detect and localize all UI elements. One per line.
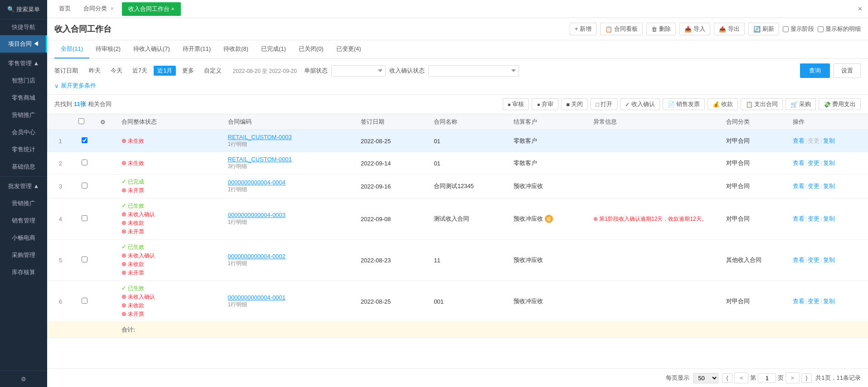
- date-last7[interactable]: 近7天: [129, 66, 151, 76]
- sidebar-item-marketing2[interactable]: 营销推广: [0, 195, 47, 212]
- cell-operation[interactable]: 查看|变更|复制: [788, 281, 868, 322]
- purchase-button[interactable]: 🛒 采购: [786, 98, 816, 110]
- page-input[interactable]: [758, 373, 776, 383]
- sidebar-item-sales-mgmt[interactable]: 销售管理: [0, 212, 47, 229]
- sales-invoice-button[interactable]: 📄 销售发票: [663, 98, 705, 110]
- table-row[interactable]: 1 ⊗ 未生效 RETAIL_CUSTOM-0003 1行明细 2022-08-…: [47, 130, 868, 152]
- delete-button[interactable]: 🗑 删除: [646, 23, 676, 35]
- row-checkbox[interactable]: [82, 215, 87, 221]
- income-confirm-select[interactable]: [428, 65, 519, 77]
- sub-tab-changed[interactable]: 已变更(4): [330, 40, 368, 58]
- op-复制[interactable]: 复制: [823, 215, 835, 222]
- op-查看[interactable]: 查看: [793, 215, 805, 222]
- tab-contract-cat[interactable]: 合同分类 ×: [77, 0, 120, 18]
- sidebar-item-project[interactable]: 项目合同 ◀: [0, 35, 47, 53]
- row-checkbox[interactable]: [82, 183, 87, 189]
- op-变更[interactable]: 变更: [808, 298, 820, 305]
- table-row[interactable]: 3 ✓ 已完成⊗ 未开票 0000000000004-0004 1行明细 202…: [47, 174, 868, 198]
- sub-tab-pending-payment[interactable]: 待收款(8): [217, 40, 255, 58]
- cell-check[interactable]: [74, 130, 96, 152]
- contract-code-link[interactable]: RETAIL_CUSTOM-0001: [228, 156, 292, 163]
- op-复制[interactable]: 复制: [823, 137, 835, 144]
- date-more[interactable]: 更多: [179, 66, 198, 76]
- cell-check[interactable]: [74, 281, 96, 322]
- sub-tab-pending-confirm[interactable]: 待收入确认(7): [127, 40, 176, 58]
- th-settings[interactable]: ⚙: [96, 114, 117, 130]
- query-button[interactable]: 查询: [800, 63, 830, 78]
- contract-code-link[interactable]: 0000000000004-0002: [228, 253, 286, 260]
- date-last1month[interactable]: 近1月: [154, 66, 176, 76]
- op-变更[interactable]: 变更: [808, 160, 820, 166]
- tab-income-workbench[interactable]: 收入合同工作台 ×: [122, 2, 181, 16]
- show-stage-input[interactable]: [783, 26, 789, 32]
- cell-check[interactable]: [74, 240, 96, 281]
- sidebar-item-smart-store[interactable]: 智慧门店: [0, 72, 47, 89]
- payment-button[interactable]: 💰 收款: [708, 98, 738, 110]
- date-yesterday[interactable]: 昨天: [85, 66, 104, 76]
- page-first-btn[interactable]: ⟨: [722, 373, 732, 383]
- op-查看[interactable]: 查看: [793, 298, 805, 305]
- contract-code-link[interactable]: RETAIL_CUSTOM-0003: [228, 134, 292, 140]
- export-button[interactable]: 📤 导出: [714, 23, 745, 35]
- table-row[interactable]: 4 ✓ 已生效⊗ 未收入确认⊗ 未收款⊗ 未开票 0000000000004-0…: [47, 198, 868, 240]
- cell-operation[interactable]: 查看|变更|复制: [788, 198, 868, 240]
- contract-code-link[interactable]: 0000000000004-0004: [228, 179, 286, 186]
- refresh-button[interactable]: 🔄 刷新: [748, 23, 779, 35]
- sidebar-item-wholesale[interactable]: 批发管理 ▲: [0, 178, 47, 195]
- cell-operation[interactable]: 查看|变更|复制: [788, 174, 868, 198]
- sub-tab-pending-review[interactable]: 待审核(2): [89, 40, 127, 58]
- open-button[interactable]: □ 打开: [591, 98, 617, 110]
- sidebar-search[interactable]: 🔍 搜索菜单: [0, 0, 47, 19]
- date-custom[interactable]: 自定义: [200, 66, 225, 76]
- page-prev-btn[interactable]: ＜: [734, 372, 748, 383]
- doc-status-select[interactable]: [331, 65, 386, 77]
- cell-operation[interactable]: 查看|变更|复制: [788, 130, 868, 152]
- sidebar-settings[interactable]: ⚙: [0, 371, 47, 387]
- op-复制[interactable]: 复制: [823, 256, 835, 263]
- review-button[interactable]: ● 审核: [503, 98, 529, 110]
- sub-tab-pending-invoice[interactable]: 待开票(11): [176, 40, 217, 58]
- row-checkbox[interactable]: [82, 298, 87, 304]
- page-next-btn[interactable]: ＞: [786, 372, 800, 383]
- tab-home[interactable]: 首页: [53, 0, 77, 18]
- op-复制[interactable]: 复制: [823, 298, 835, 305]
- sidebar-item-marketing[interactable]: 营销推广: [0, 106, 47, 124]
- sidebar-item-ecommerce[interactable]: 小畅电商: [0, 229, 47, 247]
- op-查看[interactable]: 查看: [793, 160, 805, 166]
- cell-operation[interactable]: 查看|变更|复制: [788, 240, 868, 281]
- sidebar-item-retail-mall[interactable]: 零售商城: [0, 89, 47, 106]
- expand-button[interactable]: ∨ 展开更多条件: [54, 82, 861, 90]
- fee-out-button[interactable]: 💸 费用支出: [819, 98, 861, 110]
- import-button[interactable]: 📥 导入: [679, 23, 710, 35]
- op-复制[interactable]: 复制: [823, 160, 835, 166]
- cell-check[interactable]: [74, 198, 96, 240]
- sidebar-item-purchase[interactable]: 采购管理: [0, 247, 47, 264]
- sidebar-quick-nav[interactable]: 快捷导航: [0, 19, 47, 35]
- cell-check[interactable]: [74, 174, 96, 198]
- select-all-checkbox[interactable]: [78, 118, 84, 124]
- op-变更[interactable]: 变更: [808, 215, 820, 222]
- sidebar-item-inventory[interactable]: 库存核算: [0, 264, 47, 281]
- op-查看[interactable]: 查看: [793, 137, 805, 144]
- tab-contract-cat-close[interactable]: ×: [111, 5, 114, 12]
- row-checkbox[interactable]: [82, 256, 87, 262]
- show-stage-checkbox[interactable]: 显示阶段: [783, 25, 814, 33]
- income-confirm-button[interactable]: ✓ 收入确认: [620, 98, 660, 110]
- cell-operation[interactable]: 查看|变更|复制: [788, 152, 868, 174]
- contract-code-link[interactable]: 0000000000004-0003: [228, 212, 286, 218]
- contract-code-link[interactable]: 0000000000004-0001: [228, 294, 286, 301]
- op-复制[interactable]: 复制: [823, 183, 835, 189]
- settings-button[interactable]: 设置: [834, 63, 861, 78]
- add-button[interactable]: + 新增: [570, 23, 596, 35]
- abandon-button[interactable]: ● 弃审: [532, 98, 558, 110]
- close-button[interactable]: ■ 关闭: [561, 98, 588, 110]
- expense-out-button[interactable]: 📋 支出合同: [741, 98, 783, 110]
- page-last-btn[interactable]: ⟩: [801, 373, 812, 383]
- show-detail-checkbox[interactable]: 显示标的明细: [818, 25, 861, 33]
- table-row[interactable]: 2 ⊗ 未生效 RETAIL_CUSTOM-0001 3行明细 2022-09-…: [47, 152, 868, 174]
- kanban-button[interactable]: 📋 合同看板: [600, 23, 643, 35]
- show-detail-input[interactable]: [818, 26, 824, 32]
- sub-tab-closed[interactable]: 已关闭(0): [292, 40, 330, 58]
- table-row[interactable]: 5 ✓ 已生效⊗ 未收入确认⊗ 未收款⊗ 未开票 0000000000004-0…: [47, 240, 868, 281]
- sub-tab-completed[interactable]: 已完成(1): [255, 40, 292, 58]
